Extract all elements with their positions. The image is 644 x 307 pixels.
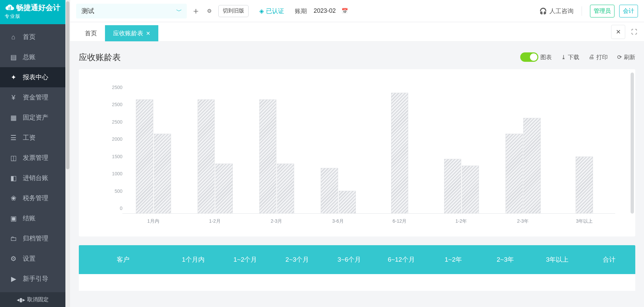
chevron-down-icon: ﹀	[176, 7, 182, 15]
bar-group: 3-6月	[307, 93, 369, 214]
nav-list: ⌂首页 ▤总账 ✦报表中心 ¥资金管理 ▦固定资产 ☰工资 ◫发票管理 ◧进销台…	[0, 24, 65, 289]
nav-label: 报表中心	[23, 73, 48, 82]
nav-ledger[interactable]: ▤总账	[0, 47, 65, 67]
y-tick-label: 2500	[112, 102, 122, 107]
pin-icon: ◂▮▸	[17, 297, 25, 303]
bar-group: 1月内	[122, 93, 184, 214]
nav-label: 工资	[23, 133, 36, 142]
download-button[interactable]: ⤓下载	[561, 53, 579, 61]
money-icon: ¥	[9, 93, 17, 101]
period-value: 2023-02	[314, 7, 336, 14]
nav-settings[interactable]: ⚙设置	[0, 249, 65, 269]
close-icon[interactable]: ✕	[146, 30, 150, 37]
table-header-cell: 1个月内	[167, 255, 219, 264]
table-header-cell: 1~2个月	[219, 255, 271, 264]
toggle-switch[interactable]	[520, 52, 538, 62]
bar	[523, 118, 540, 214]
nav-label: 进销台账	[23, 174, 48, 182]
nav-label: 资金管理	[23, 93, 48, 102]
bar-group: 1-2月	[184, 93, 246, 214]
y-tick-label: 0	[120, 206, 122, 211]
gear-icon: ⚙	[9, 255, 17, 263]
switch-old-button[interactable]: 切到旧版	[218, 5, 249, 17]
ledger-icon: ▤	[9, 53, 17, 61]
tabs-close-button[interactable]: ✕	[611, 25, 625, 39]
close-period-icon: ▣	[9, 214, 17, 222]
company-selector[interactable]: 测试 ﹀	[76, 4, 187, 18]
tab-aging-report[interactable]: 应收账龄表 ✕	[105, 25, 158, 41]
header: 测试 ﹀ ＋ ⚙ 切到旧版 ◈ 已认证 账期 2023-02 📅 🎧 人工咨询 …	[70, 0, 644, 22]
y-axis-labels: 0500100015002000250025002500	[108, 93, 122, 214]
sidebar: 畅捷通好会计 专业版 ⌂首页 ▤总账 ✦报表中心 ¥资金管理 ▦固定资产 ☰工资…	[0, 0, 65, 307]
nav-tax[interactable]: ❀税务管理	[0, 188, 65, 208]
y-tick-label: 2500	[112, 85, 122, 90]
consult-link[interactable]: 🎧 人工咨询	[539, 7, 574, 15]
logo-block: 畅捷通好会计 专业版	[0, 0, 65, 24]
x-tick-label: 3年以上	[553, 218, 615, 224]
table-header-cell: 客户	[79, 255, 167, 264]
bar	[444, 159, 461, 214]
table-header-cell: 合计	[583, 255, 635, 264]
bar-group: 1-2年	[430, 93, 492, 214]
company-name: 测试	[82, 7, 94, 15]
verified-label: 已认证	[266, 7, 284, 15]
fullscreen-button[interactable]: ⛶	[627, 25, 641, 39]
table-header: 客户1个月内1~2个月2~3个月3~6个月6~12个月1~2年2~3年3年以上合…	[79, 245, 635, 274]
settings-button[interactable]: ⚙	[205, 7, 214, 15]
x-tick-label: 1-2月	[184, 218, 246, 224]
nav-close[interactable]: ▣结账	[0, 208, 65, 228]
nav-label: 首页	[23, 33, 36, 41]
x-tick-label: 1月内	[122, 218, 184, 224]
calendar-icon[interactable]: 📅	[340, 7, 349, 15]
archive-icon: 🗀	[9, 234, 17, 243]
sidebar-pin-toggle[interactable]: ◂▮▸ 取消固定	[0, 292, 65, 307]
nav-label: 税务管理	[23, 194, 48, 203]
bar	[576, 157, 593, 214]
nav-home[interactable]: ⌂首页	[0, 27, 65, 47]
bar	[339, 191, 356, 214]
refresh-button[interactable]: ⟳刷新	[617, 53, 635, 61]
y-tick-label: 2500	[112, 119, 122, 125]
chart-scrollbar[interactable]	[631, 73, 634, 214]
chart-toggle[interactable]: 图表	[520, 52, 552, 62]
bar	[277, 164, 294, 214]
role-accountant-button[interactable]: 会计	[619, 5, 638, 17]
nav-reports[interactable]: ✦报表中心	[0, 67, 65, 87]
table-body-empty	[79, 274, 635, 291]
payroll-icon: ☰	[9, 134, 17, 142]
x-tick-label: 6-12月	[369, 218, 431, 224]
table-header-cell: 1~2年	[427, 255, 479, 264]
nav-label: 结账	[23, 214, 36, 223]
y-tick-label: 1000	[112, 171, 122, 176]
tab-home[interactable]: 首页	[77, 25, 105, 41]
chart-plot-area: 1月内1-2月2-3月3-6月6-12月1-2年2-3年3年以上	[122, 93, 615, 214]
bar-group: 2-3年	[492, 93, 554, 214]
bar	[136, 99, 153, 214]
bar	[215, 164, 232, 214]
bar	[321, 168, 338, 214]
nav-invoice[interactable]: ◫发票管理	[0, 148, 65, 168]
table-header-cell: 2~3个月	[271, 255, 323, 264]
table-header-cell: 3年以上	[531, 255, 583, 264]
pin-label: 取消固定	[27, 296, 49, 303]
nav-archive[interactable]: 🗀归档管理	[0, 228, 65, 249]
nav-guide[interactable]: ▶新手引导	[0, 269, 65, 289]
page-title: 应收账龄表	[79, 52, 511, 63]
nav-assets[interactable]: ▦固定资产	[0, 107, 65, 128]
nav-purchase[interactable]: ◧进销台账	[0, 168, 65, 188]
print-button[interactable]: 🖨打印	[589, 53, 608, 61]
home-icon: ⌂	[9, 33, 17, 41]
x-tick-label: 1-2年	[430, 218, 492, 224]
nav-payroll[interactable]: ☰工资	[0, 128, 65, 148]
add-button[interactable]: ＋	[192, 7, 200, 15]
role-admin-button[interactable]: 管理员	[590, 5, 614, 17]
chart-toggle-label: 图表	[540, 53, 552, 61]
main-content: 应收账龄表 图表 ⤓下载 🖨打印 ⟳刷新 0500100015002000250…	[70, 42, 644, 307]
x-tick-label: 2-3月	[246, 218, 307, 224]
nav-label: 总账	[23, 53, 36, 61]
bar	[391, 93, 408, 214]
nav-funds[interactable]: ¥资金管理	[0, 87, 65, 107]
play-icon: ▶	[9, 275, 17, 283]
sidebar-scrollbar[interactable]	[65, 0, 70, 307]
period-label: 账期	[295, 7, 307, 15]
